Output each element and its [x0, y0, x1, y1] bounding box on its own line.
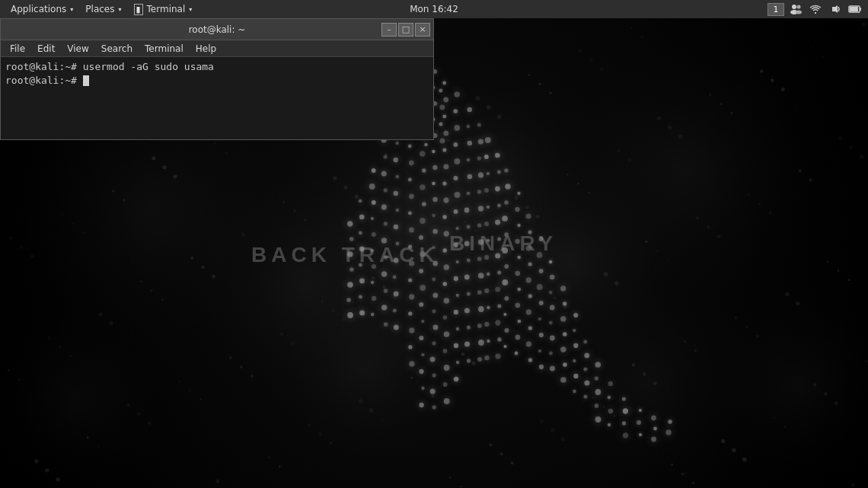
svg-point-3 [796, 11, 802, 14]
places-label: Places [85, 4, 114, 14]
term-line-1: root@kali:~# usermod -aG sudo usama [5, 60, 429, 74]
svg-point-0 [792, 5, 796, 9]
places-arrow: ▾ [118, 6, 121, 13]
term-menu-edit[interactable]: Edit [31, 42, 61, 56]
term-line-2: root@kali:~# [5, 74, 429, 88]
maximize-button[interactable]: □ [398, 23, 413, 37]
applications-menu[interactable]: Applications ▾ [5, 2, 79, 16]
applications-label: Applications [11, 4, 66, 14]
topbar-right: 1 [767, 2, 863, 16]
term-cursor [83, 75, 89, 86]
terminal-menu[interactable]: ▮ Terminal ▾ [128, 2, 199, 17]
topbar-left: Applications ▾ Places ▾ ▮ Terminal ▾ [5, 2, 198, 17]
volume-icon[interactable] [827, 2, 844, 16]
term-prompt-2: root@kali:~# [5, 75, 83, 86]
topbar-clock: Mon 16:42 [410, 4, 458, 14]
close-button[interactable]: × [415, 23, 430, 37]
terminal-controls: – □ × [381, 23, 430, 37]
wifi-icon[interactable] [807, 2, 824, 16]
terminal-window: root@kali: ~ – □ × File Edit View Search… [0, 18, 434, 140]
workspace-number: 1 [774, 5, 779, 14]
wallpaper-text-binary: BINARY [449, 231, 557, 256]
svg-marker-4 [832, 5, 838, 13]
svg-point-2 [797, 5, 801, 9]
term-menu-search[interactable]: Search [95, 42, 139, 56]
term-menu-view[interactable]: View [61, 42, 94, 56]
terminal-titlebar: root@kali: ~ – □ × [1, 19, 433, 40]
terminal-menubar: File Edit View Search Terminal Help [1, 40, 433, 57]
svg-rect-7 [850, 7, 858, 11]
applications-arrow: ▾ [70, 6, 73, 13]
wallpaper-text-backtrack: BACK TRACK [251, 243, 439, 267]
term-menu-help[interactable]: Help [190, 42, 222, 56]
term-menu-terminal[interactable]: Terminal [139, 42, 190, 56]
svg-rect-6 [860, 8, 861, 11]
clock-display: Mon 16:42 [410, 4, 458, 14]
terminal-arrow: ▾ [189, 6, 192, 13]
system-topbar: Applications ▾ Places ▾ ▮ Terminal ▾ Mon… [0, 0, 868, 18]
terminal-content[interactable]: root@kali:~# usermod -aG sudo usama root… [1, 57, 433, 139]
places-menu[interactable]: Places ▾ [79, 2, 127, 16]
minimize-button[interactable]: – [381, 23, 397, 37]
battery-icon[interactable] [847, 2, 863, 16]
terminal-icon: ▮ [134, 4, 143, 15]
term-menu-file[interactable]: File [4, 42, 31, 56]
users-icon[interactable] [787, 2, 804, 16]
terminal-title: root@kali: ~ [189, 24, 246, 35]
terminal-label: Terminal [147, 4, 186, 14]
workspace-indicator[interactable]: 1 [767, 3, 784, 16]
